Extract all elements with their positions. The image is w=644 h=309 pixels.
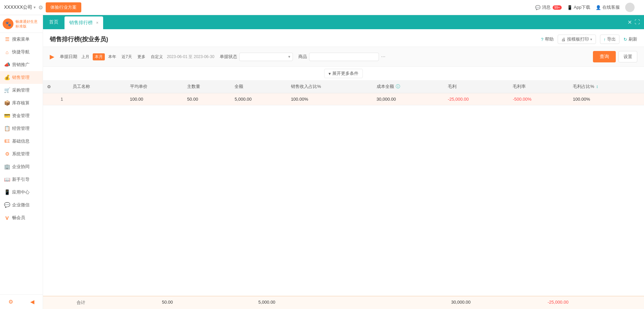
marketing-icon: 📣 bbox=[4, 62, 10, 68]
sidebar-item-apps[interactable]: 📱 应用中心 bbox=[0, 186, 43, 199]
col-profit-pct: 毛利占比% ↕ bbox=[569, 80, 644, 93]
sidebar-item-basic[interactable]: EΞ 基础信息 bbox=[0, 135, 43, 148]
online-service-btn[interactable]: 👤 在线客服 bbox=[596, 4, 620, 10]
message-icon: 💬 bbox=[535, 5, 541, 10]
message-btn[interactable]: 💬 消息 99+ bbox=[535, 4, 562, 10]
sidebar-item-quick-nav[interactable]: ⌂ 快捷导航 bbox=[0, 46, 43, 58]
filter-collapse-btn[interactable]: ▶ bbox=[50, 53, 54, 60]
footer-cells: 50.00 5,000.00 30,000.00 -25,000.00 bbox=[158, 300, 640, 306]
cell-profit-rate: -500.00% bbox=[509, 93, 569, 105]
sidebar-item-operations[interactable]: 📋 经营管理 bbox=[0, 122, 43, 135]
cell-num: 1 bbox=[55, 93, 69, 105]
sidebar-label-system: 系统管理 bbox=[12, 151, 30, 157]
date-tab-last-month[interactable]: 上月 bbox=[79, 53, 91, 60]
status-select[interactable] bbox=[239, 53, 293, 61]
cell-profit: -25,000.00 bbox=[444, 93, 509, 105]
table-footer: 合计 50.00 5,000.00 30,000.00 -25,000.00 bbox=[43, 296, 644, 309]
footer-amount: 5,000.00 bbox=[254, 300, 351, 306]
query-btn[interactable]: 查询 bbox=[593, 51, 616, 62]
gear-icon[interactable]: ⚙ bbox=[38, 4, 43, 11]
sidebar-label-sales: 销售管理 bbox=[12, 74, 30, 81]
content-area: 首页 销售排行榜 × ✕ ⛶ 销售排行榜(按业务员) ? bbox=[43, 15, 644, 309]
col-cost: 成本全额 ⓘ bbox=[373, 80, 444, 93]
sidebar-item-system[interactable]: ⚙ 系统管理 bbox=[0, 148, 43, 160]
sidebar-item-marketing[interactable]: 📣 营销推广 bbox=[0, 58, 43, 71]
help-btn[interactable]: ? 帮助 bbox=[541, 36, 553, 42]
col-profit: 毛利 bbox=[444, 80, 509, 93]
tab-maximize-btn[interactable]: ⛶ bbox=[635, 19, 640, 25]
refresh-label: 刷新 bbox=[629, 36, 637, 42]
operations-icon: 📋 bbox=[4, 125, 10, 132]
sidebar-item-wechat[interactable]: 💬 企业微信 bbox=[0, 199, 43, 211]
logo-text: 畅康通好生意 标准版 bbox=[15, 19, 38, 29]
sidebar-item-enterprise[interactable]: 🏢 企业协同 bbox=[0, 160, 43, 173]
logo-icon: 🐾 bbox=[3, 18, 13, 29]
goods-filter-label: 商品 bbox=[298, 54, 307, 60]
chevron-down-icon: ▾ bbox=[329, 71, 331, 76]
sidebar-settings-btn[interactable]: ⚙ bbox=[6, 297, 16, 306]
system-icon: ⚙ bbox=[4, 151, 10, 157]
company-name: XXXXXX公司 bbox=[4, 4, 32, 10]
data-table: ⚙ 员工名称 平均单价 主数量 全额 销售收入占比% 成本全额 ⓘ bbox=[43, 80, 644, 105]
sidebar-logo: 🐾 畅康通好生意 标准版 bbox=[0, 15, 43, 33]
refresh-icon: ↻ bbox=[624, 37, 627, 42]
col-amount: 全额 bbox=[230, 80, 287, 93]
filter-more-dots[interactable]: ··· bbox=[381, 54, 385, 60]
col-num bbox=[55, 80, 69, 93]
tab-home[interactable]: 首页 bbox=[43, 15, 65, 29]
status-filter-label: 单据状态 bbox=[220, 54, 237, 60]
sidebar-item-purchase[interactable]: 🛒 采购管理 bbox=[0, 84, 43, 97]
table-area: ⚙ 员工名称 平均单价 主数量 全额 销售收入占比% 成本全额 ⓘ bbox=[43, 80, 644, 296]
message-badge: 99+ bbox=[553, 5, 562, 10]
date-tab-this-year[interactable]: 本年 bbox=[106, 53, 118, 60]
goods-input[interactable] bbox=[309, 53, 379, 61]
settings-btn[interactable]: 设置 bbox=[618, 51, 637, 62]
date-tab-7days[interactable]: 近7天 bbox=[120, 53, 134, 60]
export-btn[interactable]: ↑ 导出 bbox=[600, 35, 620, 44]
col-avg-price: 平均单价 bbox=[126, 80, 183, 93]
cost-info-icon: ⓘ bbox=[396, 84, 400, 89]
print-btn[interactable]: 🖨 按模板打印 ▾ bbox=[558, 35, 596, 44]
sidebar-item-search-order[interactable]: ☰ 搜索菜单 bbox=[0, 33, 43, 46]
cell-profit-pct: 100.00% bbox=[569, 93, 644, 105]
sidebar-label-member: 畅会员 bbox=[12, 215, 25, 221]
top-right: 💬 消息 99+ 📱 App下载 👤 在线客服 bbox=[535, 3, 640, 12]
help-label: 帮助 bbox=[545, 36, 554, 42]
cell-settings bbox=[43, 93, 55, 105]
footer-cost: 30,000.00 bbox=[447, 300, 544, 306]
print-chevron-icon: ▾ bbox=[590, 37, 592, 42]
guide-icon: 📖 bbox=[4, 176, 10, 183]
date-tab-this-month[interactable]: 本月 bbox=[93, 53, 105, 60]
tab-active[interactable]: 销售排行榜 × bbox=[65, 16, 103, 29]
sidebar-item-sales[interactable]: 💰 销售管理 bbox=[0, 71, 43, 84]
avatar[interactable] bbox=[625, 3, 635, 12]
cell-qty: 50.00 bbox=[183, 93, 230, 105]
sidebar-label-guide: 新手引导 bbox=[12, 176, 30, 183]
sidebar-item-member[interactable]: V 畅会员 bbox=[0, 211, 43, 224]
basic-icon: EΞ bbox=[4, 138, 10, 144]
tab-close-btn[interactable]: × bbox=[96, 20, 98, 25]
date-tab-more[interactable]: 更多 bbox=[135, 53, 147, 60]
refresh-btn[interactable]: ↻ 刷新 bbox=[624, 36, 637, 42]
tab-close-window-btn[interactable]: ✕ bbox=[628, 19, 632, 25]
industry-btn[interactable]: 体验行业方案 bbox=[46, 2, 81, 12]
date-filter-label: 单据日期 bbox=[60, 54, 77, 60]
header-actions: ? 帮助 🖨 按模板打印 ▾ ↑ 导出 ↻ bbox=[541, 35, 637, 44]
sidebar-item-guide[interactable]: 📖 新手引导 bbox=[0, 173, 43, 186]
app-download-btn[interactable]: 📱 App下载 bbox=[567, 4, 590, 10]
sidebar-item-inventory[interactable]: 📦 库存核算 bbox=[0, 97, 43, 109]
sidebar-item-finance[interactable]: 💳 资金管理 bbox=[0, 109, 43, 122]
company-dropdown[interactable]: XXXXXX公司 ▾ bbox=[4, 4, 36, 10]
status-select-wrap bbox=[239, 53, 293, 61]
wechat-icon: 💬 bbox=[4, 202, 10, 208]
print-icon: 🖨 bbox=[561, 37, 566, 42]
sidebar-collapse-btn[interactable]: ◀ bbox=[28, 297, 37, 306]
sidebar-bottom: ⚙ ◀ bbox=[0, 294, 43, 309]
date-tab-custom[interactable]: 自定义 bbox=[149, 53, 165, 60]
footer-sales-pct bbox=[351, 300, 447, 306]
sidebar-label-enterprise: 企业协同 bbox=[12, 164, 30, 170]
expand-conditions-btn[interactable]: ▾ 展开更多条件 bbox=[324, 69, 363, 78]
apps-icon: 📱 bbox=[4, 189, 10, 195]
status-filter-group: 单据状态 bbox=[220, 53, 293, 61]
table-settings-icon[interactable]: ⚙ bbox=[47, 84, 51, 89]
